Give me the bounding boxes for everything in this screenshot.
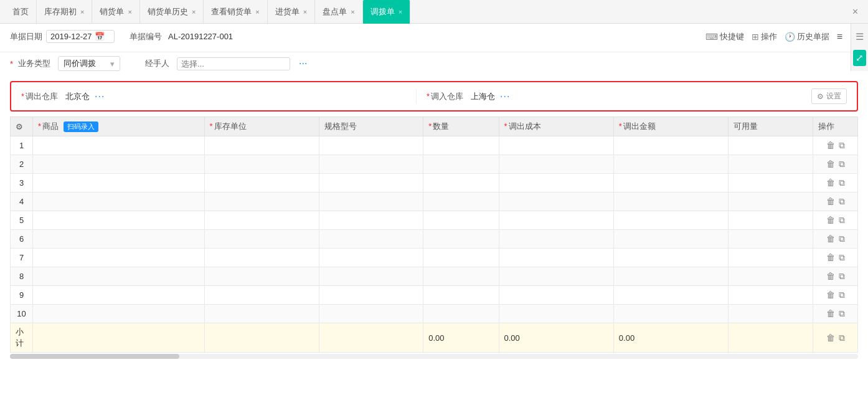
table-cell-qty[interactable] bbox=[423, 174, 499, 193]
table-cell-unit[interactable] bbox=[204, 230, 319, 249]
table-cell-unit[interactable] bbox=[204, 286, 319, 305]
shortcut-btn[interactable]: ⌨ 快捷键 bbox=[705, 31, 744, 42]
table-cell-product[interactable] bbox=[33, 286, 205, 305]
table-cell-amount[interactable] bbox=[613, 267, 728, 286]
table-cell-cost[interactable] bbox=[499, 286, 613, 305]
table-cell-amount[interactable] bbox=[613, 136, 728, 155]
table-cell-available[interactable] bbox=[729, 136, 813, 155]
table-cell-cost[interactable] bbox=[499, 267, 613, 286]
table-cell-product[interactable] bbox=[33, 267, 205, 286]
close-all-tabs[interactable]: × bbox=[847, 6, 863, 17]
ops-btn[interactable]: ⊞ 操作 bbox=[752, 31, 777, 42]
copy-row-icon[interactable]: ⧉ bbox=[839, 215, 845, 226]
copy-row-icon[interactable]: ⧉ bbox=[839, 290, 845, 300]
table-cell-amount[interactable] bbox=[613, 286, 728, 305]
table-cell-spec[interactable] bbox=[319, 249, 423, 267]
table-cell-product[interactable] bbox=[33, 305, 205, 323]
table-cell-available[interactable] bbox=[729, 155, 813, 174]
table-cell-amount[interactable] bbox=[613, 305, 728, 323]
table-cell-spec[interactable] bbox=[319, 230, 423, 249]
copy-row-icon[interactable]: ⧉ bbox=[839, 252, 845, 263]
delete-row-icon[interactable]: 🗑 bbox=[826, 159, 835, 169]
table-cell-spec[interactable] bbox=[319, 174, 423, 193]
subtotal-delete-icon[interactable]: 🗑 bbox=[826, 333, 835, 343]
close-view-sales[interactable]: × bbox=[255, 8, 259, 16]
doc-date-input[interactable]: 2019-12-27 📅 bbox=[46, 30, 115, 43]
table-cell-unit[interactable] bbox=[204, 267, 319, 286]
table-cell-amount[interactable] bbox=[613, 211, 728, 230]
delete-row-icon[interactable]: 🗑 bbox=[826, 271, 835, 282]
tab-sales-order[interactable]: 销货单 × bbox=[92, 0, 139, 24]
table-cell-cost[interactable] bbox=[499, 211, 613, 230]
transfer-out-dots[interactable]: ··· bbox=[95, 91, 105, 102]
table-cell-product[interactable] bbox=[33, 211, 205, 230]
close-purchase-order[interactable]: × bbox=[303, 8, 307, 16]
copy-row-icon[interactable]: ⧉ bbox=[839, 234, 845, 244]
delete-row-icon[interactable]: 🗑 bbox=[826, 140, 835, 151]
delete-row-icon[interactable]: 🗑 bbox=[826, 178, 835, 188]
table-cell-amount[interactable] bbox=[613, 193, 728, 211]
table-cell-available[interactable] bbox=[729, 230, 813, 249]
table-cell-unit[interactable] bbox=[204, 249, 319, 267]
table-cell-cost[interactable] bbox=[499, 230, 613, 249]
table-cell-product[interactable] bbox=[33, 174, 205, 193]
layout-btn1[interactable]: ≡ bbox=[837, 31, 842, 42]
table-cell-qty[interactable] bbox=[423, 211, 499, 230]
copy-row-icon[interactable]: ⧉ bbox=[839, 159, 845, 169]
tab-purchase-order[interactable]: 进货单 × bbox=[268, 0, 315, 24]
table-cell-available[interactable] bbox=[729, 305, 813, 323]
table-cell-qty[interactable] bbox=[423, 305, 499, 323]
table-cell-unit[interactable] bbox=[204, 174, 319, 193]
table-cell-qty[interactable] bbox=[423, 155, 499, 174]
table-cell-available[interactable] bbox=[729, 249, 813, 267]
table-cell-product[interactable] bbox=[33, 249, 205, 267]
tab-transfer-order[interactable]: 调拨单 × bbox=[363, 0, 410, 24]
table-cell-qty[interactable] bbox=[423, 230, 499, 249]
table-cell-qty[interactable] bbox=[423, 136, 499, 155]
table-cell-cost[interactable] bbox=[499, 136, 613, 155]
table-cell-spec[interactable] bbox=[319, 286, 423, 305]
table-cell-cost[interactable] bbox=[499, 193, 613, 211]
horizontal-scrollbar[interactable] bbox=[10, 354, 858, 359]
calendar-icon[interactable]: 📅 bbox=[95, 32, 105, 41]
subtotal-copy-icon[interactable]: ⧉ bbox=[839, 333, 845, 343]
table-cell-product[interactable] bbox=[33, 230, 205, 249]
transfer-in-dots[interactable]: ··· bbox=[500, 91, 510, 102]
table-cell-available[interactable] bbox=[729, 267, 813, 286]
expand-sidebar-icon[interactable]: ⤢ bbox=[853, 50, 866, 66]
table-cell-spec[interactable] bbox=[319, 136, 423, 155]
list-sidebar-icon[interactable]: ☰ bbox=[853, 29, 866, 45]
table-gear-icon[interactable]: ⚙ bbox=[16, 122, 23, 131]
tab-home[interactable]: 首页 bbox=[5, 0, 37, 24]
copy-row-icon[interactable]: ⧉ bbox=[839, 271, 845, 282]
delete-row-icon[interactable]: 🗑 bbox=[826, 308, 835, 319]
table-cell-product[interactable] bbox=[33, 155, 205, 174]
table-cell-product[interactable] bbox=[33, 193, 205, 211]
table-cell-qty[interactable] bbox=[423, 286, 499, 305]
delete-row-icon[interactable]: 🗑 bbox=[826, 234, 835, 244]
delete-row-icon[interactable]: 🗑 bbox=[826, 290, 835, 300]
table-cell-cost[interactable] bbox=[499, 155, 613, 174]
table-cell-amount[interactable] bbox=[613, 230, 728, 249]
delete-row-icon[interactable]: 🗑 bbox=[826, 215, 835, 226]
table-cell-amount[interactable] bbox=[613, 155, 728, 174]
close-inventory-init[interactable]: × bbox=[80, 8, 84, 16]
handler-dots-btn[interactable]: ··· bbox=[299, 58, 307, 69]
copy-row-icon[interactable]: ⧉ bbox=[839, 140, 845, 151]
table-cell-spec[interactable] bbox=[319, 267, 423, 286]
tab-inventory-init[interactable]: 库存期初 × bbox=[37, 0, 92, 24]
table-cell-available[interactable] bbox=[729, 193, 813, 211]
delete-row-icon[interactable]: 🗑 bbox=[826, 252, 835, 263]
close-sales-history[interactable]: × bbox=[192, 8, 196, 16]
biz-type-select[interactable]: 同价调拨 ▾ bbox=[58, 56, 120, 71]
table-cell-cost[interactable] bbox=[499, 174, 613, 193]
table-cell-unit[interactable] bbox=[204, 211, 319, 230]
copy-row-icon[interactable]: ⧉ bbox=[839, 178, 845, 188]
table-cell-qty[interactable] bbox=[423, 249, 499, 267]
table-cell-spec[interactable] bbox=[319, 211, 423, 230]
table-cell-unit[interactable] bbox=[204, 136, 319, 155]
scan-btn[interactable]: 扫码录入 bbox=[64, 121, 98, 132]
handler-input[interactable] bbox=[177, 57, 290, 70]
table-cell-amount[interactable] bbox=[613, 174, 728, 193]
setting-button[interactable]: ⚙ 设置 bbox=[811, 88, 847, 104]
